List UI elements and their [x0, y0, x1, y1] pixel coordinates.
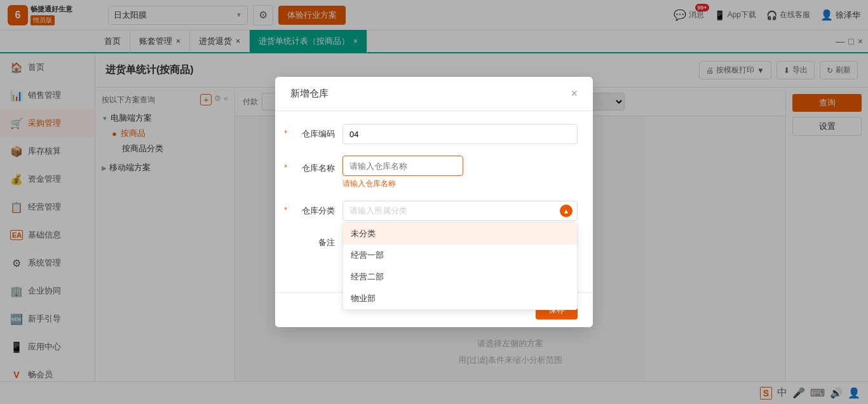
category-label: 仓库分类: [290, 201, 335, 217]
category-select-wrapper: 请输入所属分类 ▲ 未分类 经营一部 经营二部 物业部: [342, 201, 578, 221]
name-input-row: 仓库名称: [290, 156, 463, 176]
modal-overlay[interactable]: 新增仓库 × 仓库编码 仓库名称 请输入仓库名称 仓库分类: [0, 0, 868, 404]
modal-body: 仓库编码 仓库名称 请输入仓库名称 仓库分类 请输入所属分类: [275, 111, 593, 292]
dropdown-item-0[interactable]: 未分类: [343, 223, 577, 245]
category-input[interactable]: 请输入所属分类: [342, 201, 578, 221]
code-input[interactable]: [342, 124, 578, 144]
name-input[interactable]: [342, 156, 463, 176]
note-label: 备注: [290, 232, 335, 248]
category-placeholder: 请输入所属分类: [349, 205, 407, 217]
name-error-msg: 请输入仓库名称: [342, 179, 396, 188]
dropdown-item-3[interactable]: 物业部: [343, 288, 577, 309]
dropdown-item-1[interactable]: 经营一部: [343, 245, 577, 266]
category-dropdown-toggle[interactable]: ▲: [560, 205, 573, 217]
category-row: 仓库分类 请输入所属分类 ▲ 未分类 经营一部 经营二部 物业部: [290, 201, 578, 221]
dropdown-item-2[interactable]: 经营二部: [343, 266, 577, 288]
category-dropdown-list: 未分类 经营一部 经营二部 物业部: [342, 222, 578, 310]
modal-header: 新增仓库 ×: [275, 77, 593, 111]
name-row: 仓库名称 请输入仓库名称: [290, 156, 578, 189]
modal-title: 新增仓库: [290, 88, 329, 100]
code-row: 仓库编码: [290, 124, 578, 144]
new-warehouse-modal: 新增仓库 × 仓库编码 仓库名称 请输入仓库名称 仓库分类: [275, 77, 593, 327]
code-label: 仓库编码: [290, 124, 335, 140]
modal-close-button[interactable]: ×: [571, 87, 578, 100]
name-label: 仓库名称: [290, 158, 335, 174]
name-error-row: 请输入仓库名称: [290, 178, 396, 189]
